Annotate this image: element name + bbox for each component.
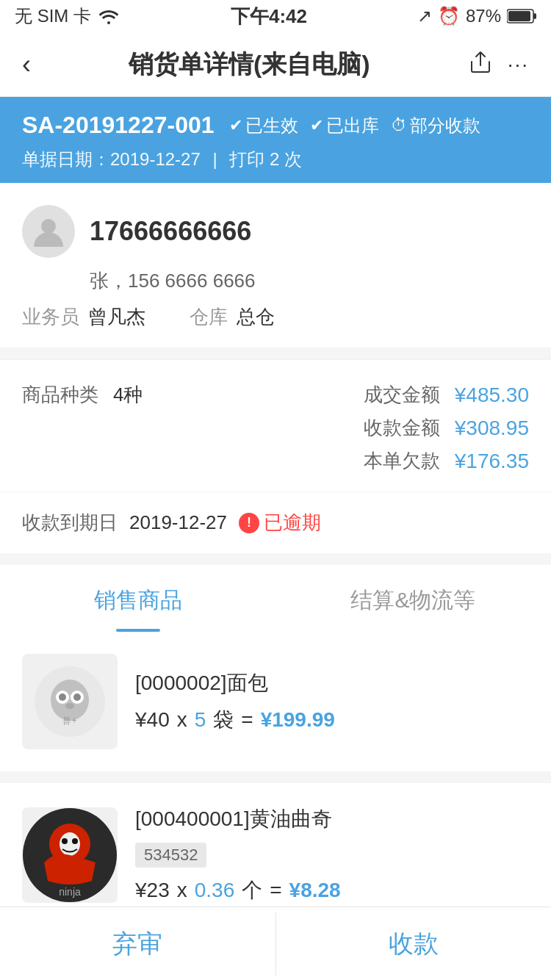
check-icon-2: ✔ bbox=[310, 116, 323, 135]
base-price-2: ¥23 bbox=[135, 879, 170, 902]
cancel-audit-button[interactable]: 弃审 bbox=[0, 912, 276, 976]
stats-section: 商品种类 4种 成交金额 ¥485.30 收款金额 ¥308.95 本单欠款 ¥… bbox=[0, 359, 551, 553]
product-thumb-2: ninja bbox=[22, 807, 118, 903]
alarm-icon: ⏰ bbox=[438, 6, 460, 26]
customer-info-row: 业务员 曾凡杰 仓库 总仓 bbox=[22, 304, 529, 330]
customer-avatar bbox=[22, 205, 75, 258]
wifi-icon bbox=[97, 8, 120, 24]
status-badges: ✔ 已生效 ✔ 已出库 ⏱ 部分收款 bbox=[229, 114, 480, 137]
sales-value: 曾凡杰 bbox=[88, 304, 145, 330]
total-1: ¥199.99 bbox=[261, 708, 335, 732]
location-icon: ↗ bbox=[417, 6, 432, 26]
order-id: SA-20191227-001 bbox=[22, 112, 215, 139]
debt-amount-label: 本单欠款 bbox=[364, 448, 440, 474]
bottom-bar: 弃审 收款 bbox=[0, 907, 551, 980]
warehouse-label: 仓库 bbox=[190, 304, 228, 330]
due-date: 2019-12-27 bbox=[129, 511, 227, 534]
due-date-section: 收款到期日 2019-12-27 ! 已逾期 bbox=[0, 491, 551, 553]
svg-point-16 bbox=[72, 838, 78, 844]
product-tag-2: 534532 bbox=[135, 843, 206, 868]
status-badge-partial: ⏱ 部分收款 bbox=[391, 114, 480, 137]
equals-2: = bbox=[270, 879, 281, 902]
battery-icon bbox=[507, 8, 536, 24]
product-name-1: [0000002]面包 bbox=[135, 669, 529, 697]
status-left: 无 SIM 卡 bbox=[15, 4, 120, 28]
multiply-sign-1: x bbox=[177, 708, 187, 732]
deal-amount-label: 成交金额 bbox=[364, 382, 440, 408]
stats-right: 成交金额 ¥485.30 收款金额 ¥308.95 本单欠款 ¥176.35 bbox=[364, 382, 529, 474]
svg-point-15 bbox=[62, 838, 68, 844]
due-label: 收款到期日 bbox=[22, 510, 118, 536]
order-meta: 单据日期：2019-12-27 | 打印 2 次 bbox=[22, 148, 529, 171]
tabs: 销售商品 结算&物流等 bbox=[0, 565, 551, 632]
svg-point-5 bbox=[51, 680, 89, 721]
product-price-row-2: ¥23 x 0.36 个 = ¥8.28 bbox=[135, 876, 529, 904]
product-price-row-1: ¥40 x 5 袋 = ¥199.99 bbox=[135, 706, 529, 734]
received-amount-value: ¥308.95 bbox=[455, 417, 529, 440]
list-item: 兽+ [0000002]面包 ¥40 x 5 袋 = ¥199.99 bbox=[0, 632, 551, 771]
status-time: 下午4:42 bbox=[231, 4, 307, 29]
received-amount-label: 收款金额 bbox=[364, 415, 440, 441]
multiply-sign-2: x bbox=[177, 879, 187, 902]
sales-label: 业务员 bbox=[22, 304, 79, 330]
svg-text:ninja: ninja bbox=[59, 886, 81, 898]
clock-icon: ⏱ bbox=[391, 116, 407, 135]
customer-section: 17666666666 张，156 6666 6666 业务员 曾凡杰 仓库 总… bbox=[0, 183, 551, 347]
customer-sub-info: 张，156 6666 6666 bbox=[90, 268, 529, 294]
more-button[interactable]: ··· bbox=[508, 53, 529, 76]
svg-point-8 bbox=[59, 693, 66, 701]
status-bar: 无 SIM 卡 下午4:42 ↗ ⏰ 87% bbox=[0, 0, 551, 32]
svg-point-3 bbox=[41, 219, 56, 234]
customer-id: 17666666666 bbox=[90, 216, 251, 247]
product-info-2: [000400001]黄油曲奇 534532 ¥23 x 0.36 个 = ¥8… bbox=[135, 805, 529, 904]
collect-button[interactable]: 收款 bbox=[276, 912, 552, 976]
tabs-section: 销售商品 结算&物流等 兽+ bbox=[0, 553, 551, 926]
product-list: 兽+ [0000002]面包 ¥40 x 5 袋 = ¥199.99 bbox=[0, 632, 551, 926]
stats-left: 商品种类 4种 bbox=[22, 382, 143, 408]
overdue-icon: ! bbox=[239, 513, 259, 533]
svg-point-10 bbox=[65, 703, 74, 709]
product-types-value: 4种 bbox=[113, 382, 143, 408]
page-title: 销货单详情(来自电脑) bbox=[129, 48, 370, 82]
nav-bar: ‹ 销货单详情(来自电脑) ··· bbox=[0, 32, 551, 97]
qty-1: 5 bbox=[195, 708, 206, 732]
unit-1: 袋 bbox=[213, 706, 234, 734]
overdue-text: 已逾期 bbox=[264, 510, 321, 536]
svg-text:兽+: 兽+ bbox=[62, 716, 76, 726]
warehouse-value: 总仓 bbox=[237, 304, 275, 330]
unit-2: 个 bbox=[242, 876, 262, 904]
equals-1: = bbox=[241, 708, 253, 732]
order-banner: SA-20191227-001 ✔ 已生效 ✔ 已出库 ⏱ 部分收款 单据日期：… bbox=[0, 97, 551, 183]
svg-point-9 bbox=[73, 693, 81, 701]
list-item: ninja [000400001]黄油曲奇 534532 ¥23 x 0.36 … bbox=[0, 783, 551, 926]
debt-amount-value: ¥176.35 bbox=[455, 450, 529, 473]
battery-text: 87% bbox=[466, 6, 501, 26]
product-info-1: [0000002]面包 ¥40 x 5 袋 = ¥199.99 bbox=[135, 669, 529, 734]
status-badge-effective: ✔ 已生效 bbox=[229, 114, 298, 137]
tab-sales[interactable]: 销售商品 bbox=[0, 565, 276, 632]
product-types-label: 商品种类 bbox=[22, 382, 98, 408]
share-button[interactable] bbox=[468, 49, 493, 79]
qty-2: 0.36 bbox=[195, 879, 235, 902]
deal-amount-value: ¥485.30 bbox=[455, 383, 529, 407]
tab-settlement[interactable]: 结算&物流等 bbox=[276, 565, 551, 632]
svg-rect-2 bbox=[508, 11, 530, 21]
nav-actions: ··· bbox=[468, 49, 529, 79]
total-2: ¥8.28 bbox=[289, 879, 341, 902]
base-price-1: ¥40 bbox=[135, 708, 170, 732]
product-name-2: [000400001]黄油曲奇 bbox=[135, 805, 529, 833]
status-right: ↗ ⏰ 87% bbox=[417, 6, 536, 26]
back-button[interactable]: ‹ bbox=[22, 49, 31, 80]
carrier-text: 无 SIM 卡 bbox=[15, 4, 91, 28]
product-thumb-1: 兽+ bbox=[22, 654, 118, 749]
overdue-badge: ! 已逾期 bbox=[239, 510, 321, 536]
check-icon-1: ✔ bbox=[229, 116, 242, 135]
svg-rect-1 bbox=[533, 13, 536, 19]
status-badge-shipped: ✔ 已出库 bbox=[310, 114, 379, 137]
